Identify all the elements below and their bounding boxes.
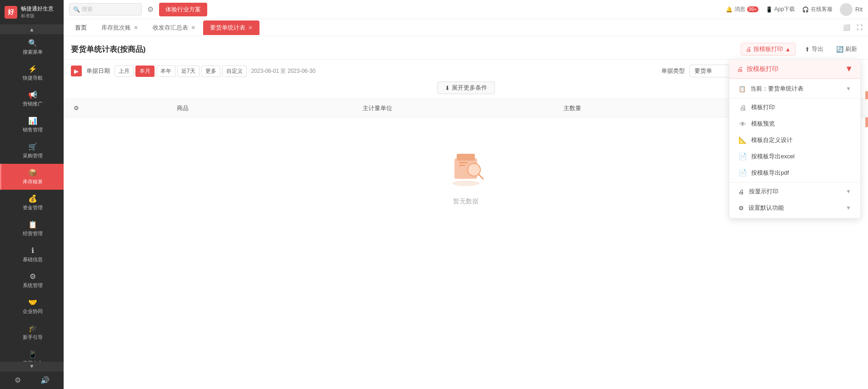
messages-btn[interactable]: 🔔 消息 99+ [726,5,758,13]
date-btn-7days[interactable]: 近7天 [177,66,200,77]
sidebar-item-inventory[interactable]: 📦 库存核算 [0,164,64,190]
template-custom-icon: 📐 [738,136,747,144]
user-profile-btn[interactable]: Rit [840,3,863,16]
online-service-btn[interactable]: 🎧 在线客服 [802,5,833,13]
sidebar-item-marketing[interactable]: 📢 营销推广 [0,86,64,112]
date-filter-label: 单据日期 [86,67,110,75]
template-preview-icon: 👁 [738,120,747,128]
sidebar-item-system[interactable]: ⚙ 系统管理 [0,268,64,293]
print-label: 按模板打印 [753,45,783,53]
system-icon: ⚙ [30,272,36,281]
svg-line-4 [479,174,483,179]
type-filter-label: 单据类型 [661,67,685,75]
dropdown-export-excel[interactable]: 📄 按模板导出excel [729,148,860,165]
tab-home[interactable]: 首页 [68,20,94,35]
basic-info-icon: ℹ [31,246,34,255]
dropdown-template-preview[interactable]: 👁 模板预览 [729,116,860,132]
sidebar-label-search: 搜索菜单 [23,49,43,56]
date-btn-more[interactable]: 更多 [201,66,220,77]
guide-icon: 🎓 [28,324,37,333]
date-btn-this-year[interactable]: 本年 [156,66,175,77]
date-btn-this-month[interactable]: 本月 [135,66,155,77]
topbar-actions: 🔔 消息 99+ 📱 App下载 🎧 在线客服 Rit [726,3,863,16]
settings-bottom-icon[interactable]: ⚙ [15,376,21,384]
close-inventory-batch-icon[interactable]: ✕ [134,25,138,31]
table-col-settings[interactable]: ⚙ [67,105,85,111]
dropdown-section: 📋 当前：要货单统计表 ▼ 🖨 模板打印 👁 [729,79,860,218]
dropdown-export-pdf[interactable]: 📄 按模板导出pdf [729,165,860,181]
date-btn-last-month[interactable]: 上月 [115,66,134,77]
dropdown-display-print[interactable]: 🖨 按显示打印 ▼ [729,183,860,200]
table-col-quantity: 主数量 [475,104,670,112]
svg-rect-6 [459,165,465,166]
close-order-stats-icon[interactable]: ✕ [248,25,253,31]
inventory-icon: 📦 [28,168,37,177]
current-template-chevron: ▼ [846,86,851,92]
topbar-search-box[interactable]: 🔍 搜索 [69,3,142,15]
date-range-display: 2023-06-01 至 2023-06-30 [251,67,315,75]
set-default-chevron: ▼ [846,205,851,211]
display-print-icon: 🖨 [738,188,744,195]
sidebar-label-operation: 经营管理 [23,230,43,237]
tab-expand-icon[interactable]: ⛶ [855,24,863,32]
app-logo-icon: 好 [5,6,17,19]
sidebar-label-quick-nav: 快捷导航 [23,75,43,81]
topbar-gear-icon[interactable]: ⚙ [147,5,154,14]
sidebar-item-guide[interactable]: 🎓 新手引导 [0,319,64,345]
app-name-block: 畅捷通好生意 标准版 [21,5,54,19]
sidebar-item-app-center[interactable]: 📱 应用中心 [0,345,64,362]
sidebar-label-guide: 新手引导 [23,334,43,341]
empty-text: 暂无数据 [453,197,479,206]
tab-order-stats[interactable]: 要货单统计表 ✕ [203,20,259,35]
sidebar-item-enterprise[interactable]: 🤝 企业协同 [0,293,64,319]
expand-icon: ⬇ [445,85,450,91]
search-icon: 🔍 [28,39,37,47]
industry-btn[interactable]: 体验行业方案 [159,3,207,16]
tab-inventory-batch[interactable]: 库存批次账 ✕ [95,20,145,35]
export-btn[interactable]: ⬆ 导出 [801,43,827,55]
tab-minimize-icon[interactable]: ⬜ [843,24,851,32]
set-default-label: 设置默认功能 [748,204,784,212]
close-receipt-summary-icon[interactable]: ✕ [191,25,195,31]
sidebar: 好 畅捷通好生意 标准版 ▲ 🔍 搜索菜单 ⚡ 快捷导航 📢 营销推广 📊 销售… [0,0,64,389]
filter-expand-toggle[interactable]: ▶ [71,66,82,76]
sidebar-item-search[interactable]: 🔍 搜索菜单 [0,34,64,60]
expand-more-conditions-btn[interactable]: ⬇ 展开更多条件 [437,81,495,94]
refresh-btn[interactable]: 🔄 刷新 [833,43,861,55]
sidebar-item-finance[interactable]: 💰 资金管理 [0,190,64,216]
app-download-btn[interactable]: 📱 App下载 [766,5,795,13]
bell-icon: 🔔 [726,6,733,13]
sidebar-item-purchase[interactable]: 🛒 采购管理 [0,138,64,164]
dropdown-template-custom[interactable]: 📐 模板自定义设计 [729,132,860,148]
tab-bar: 首页 库存批次账 ✕ 收发存汇总表 ✕ 要货单统计表 ✕ ⬜ ⛶ [64,19,868,36]
sidebar-item-sales[interactable]: 📊 销售管理 [0,112,64,138]
table-col-product: 商品 [85,104,280,112]
headset-icon: 🎧 [802,6,809,13]
search-topbar-icon: 🔍 [73,6,80,13]
dropdown-close-icon[interactable]: ▼ [845,64,853,74]
set-default-icon: ⚙ [738,205,744,212]
dropdown-current-item[interactable]: 📋 当前：要货单统计表 ▼ [729,81,860,97]
sidebar-scroll-down[interactable]: ▼ [0,362,64,371]
sidebar-nav: 🔍 搜索菜单 ⚡ 快捷导航 📢 营销推广 📊 销售管理 🛒 采购管理 📦 库存核… [0,34,64,362]
tab-receipt-summary[interactable]: 收发存汇总表 ✕ [146,20,202,35]
print-dropdown: 🖨 按模板打印 ▼ 📋 当前：要货单统计表 ▼ [729,59,861,218]
print-template-btn[interactable]: 🖨 按模板打印 ▲ [741,43,796,56]
sidebar-item-quick-nav[interactable]: ⚡ 快捷导航 [0,60,64,86]
sidebar-label-inventory: 库存核算 [23,178,43,185]
sound-bottom-icon[interactable]: 🔊 [40,376,50,384]
printer-icon: 🖨 [746,46,752,53]
date-btn-custom[interactable]: 自定义 [222,66,247,77]
sidebar-item-operation[interactable]: 📋 经营管理 [0,216,64,242]
template-preview-label: 模板预览 [751,120,775,128]
dropdown-template-print[interactable]: 🖨 模板打印 [729,99,860,116]
export-pdf-label: 按模板导出pdf [751,169,789,177]
sidebar-scroll-up[interactable]: ▲ [0,25,64,34]
export-pdf-icon: 📄 [738,169,747,177]
sidebar-item-basic-info[interactable]: ℹ 基础信息 [0,242,64,268]
header-actions: 🖨 按模板打印 ▲ 🖨 按模板打印 ▼ [741,43,861,56]
divider-1 [729,98,860,98]
dropdown-set-default[interactable]: ⚙ 设置默认功能 ▼ [729,200,860,216]
svg-point-0 [452,181,479,186]
sidebar-label-system: 系统管理 [23,282,43,289]
